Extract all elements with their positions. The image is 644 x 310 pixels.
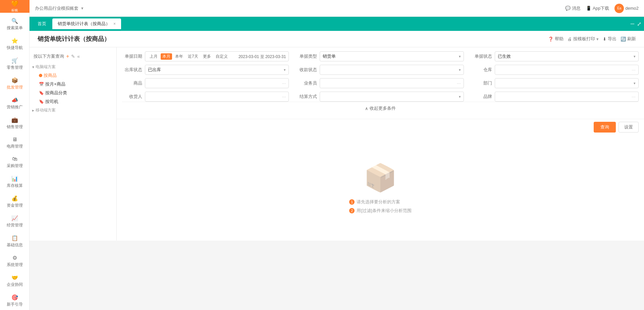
department-input[interactable]: ▾ bbox=[495, 78, 639, 88]
date-tab-7days[interactable]: 近7天 bbox=[186, 53, 200, 60]
user-btn[interactable]: Ea demo2 bbox=[614, 4, 639, 13]
scheme-by-cashier[interactable]: 🔖 按司机 bbox=[36, 97, 116, 106]
sidebar-item-quick[interactable]: ⭐ 快捷导航 bbox=[0, 34, 29, 54]
warehouse-status-input[interactable]: 已出库 ▾ bbox=[145, 65, 289, 75]
date-tab-prev-month[interactable]: 上月 bbox=[148, 53, 159, 60]
scheme-by-month-goods[interactable]: 📅 按月+商品 bbox=[36, 80, 116, 89]
date-input[interactable]: 上月 本月 本年 近7天 更多 自定义 2023-03-01 至 2023-03… bbox=[145, 51, 289, 61]
print-icon: 🖨 bbox=[568, 37, 572, 42]
by-month-goods-label: 按月+商品 bbox=[45, 81, 65, 87]
sidebar-item-corp[interactable]: 🤝 企业协同 bbox=[0, 271, 29, 291]
brand-form-item: 品牌 ··· bbox=[472, 92, 639, 102]
date-tab-custom[interactable]: 自定义 bbox=[214, 53, 229, 60]
message-btn[interactable]: 💬 消息 bbox=[565, 5, 581, 11]
marketing-icon: 📣 bbox=[11, 97, 18, 103]
warehouse-form-item: 仓库 ··· bbox=[472, 65, 639, 75]
sidebar-item-finance[interactable]: 💰 资金管理 bbox=[0, 192, 29, 212]
empty-state: 📦 1 请先选择要分析的方案 2 用[过滤]条件来缩小分析范围 bbox=[117, 135, 644, 241]
ecommerce-icon: 🖥 bbox=[12, 137, 17, 143]
print-chevron: ▾ bbox=[596, 37, 599, 42]
payment-status-input[interactable]: ▾ bbox=[320, 65, 464, 75]
sidebar-item-ecommerce[interactable]: 🖥 电商管理 bbox=[0, 133, 29, 153]
sidebar-item-system[interactable]: ⚙ 系统管理 bbox=[0, 251, 29, 271]
filter-row-1: 单据日期 上月 本月 本年 近7天 更多 自定义 20 bbox=[122, 51, 639, 61]
collapse-bar[interactable]: ∧ 收起更多条件 bbox=[122, 102, 639, 115]
by-month-goods-icon: 📅 bbox=[39, 82, 44, 87]
export-btn[interactable]: ⬇ 导出 bbox=[603, 36, 616, 42]
add-scheme-btn[interactable]: + bbox=[66, 53, 69, 59]
help-icon: ❓ bbox=[548, 37, 553, 42]
operation-icon: 📈 bbox=[11, 215, 18, 221]
doc-type-input[interactable]: 销货单 ▾ bbox=[320, 51, 464, 61]
workspace-name: 办公用品行业模拟账套 bbox=[35, 5, 78, 11]
salesperson-input[interactable]: ··· bbox=[320, 78, 464, 88]
sidebar-item-search[interactable]: 🔍 搜索菜单 bbox=[0, 14, 29, 34]
warehouse-input[interactable]: ··· bbox=[495, 65, 639, 75]
date-tab-this-month[interactable]: 本月 bbox=[161, 53, 172, 60]
workspace-chevron[interactable]: ▾ bbox=[81, 6, 84, 11]
sidebar-item-newbie[interactable]: 🎯 新手引导 bbox=[0, 291, 29, 310]
sidebar-item-basic[interactable]: 📋 基础信息 bbox=[0, 231, 29, 251]
tab-home[interactable]: 首页 bbox=[32, 18, 52, 29]
page-title: 销货单统计计表（按商品） bbox=[38, 35, 110, 43]
logo-text: 标账 bbox=[11, 8, 18, 13]
sidebar-item-inventory[interactable]: 📊 库存核算 bbox=[0, 172, 29, 192]
sidebar-item-sales[interactable]: 💼 销售管理 bbox=[0, 113, 29, 133]
help-btn[interactable]: ❓ 帮助 bbox=[548, 36, 564, 42]
page-header: 销货单统计计表（按商品） ❓ 帮助 🖨 按模板打印 ▾ ⬇ 导出 🔄 刷新 bbox=[30, 31, 644, 47]
tab-bar-right: ─ ⤢ bbox=[631, 21, 641, 27]
empty-tips: 1 请先选择要分析的方案 2 用[过滤]条件来缩小分析范围 bbox=[349, 199, 411, 214]
sidebar-item-operation[interactable]: 📈 经营管理 bbox=[0, 212, 29, 231]
sidebar-item-wholesale[interactable]: 📦 批发管理 bbox=[0, 74, 29, 94]
goods-input[interactable]: ··· bbox=[145, 78, 289, 88]
tab-expand-btn[interactable]: ⤢ bbox=[637, 21, 641, 27]
basic-icon: 📋 bbox=[11, 235, 18, 241]
sidebar-item-marketing[interactable]: 📣 营销推广 bbox=[0, 94, 29, 113]
logo-icon: 🧡 bbox=[11, 0, 18, 7]
scheme-tree: ▾ 电脑端方案 按商品 📅 按月+商品 🔖 bbox=[30, 61, 116, 116]
tab-active[interactable]: 销货单统计计表（按商品） × bbox=[52, 18, 121, 29]
settlement-label: 结算方式 bbox=[297, 94, 317, 100]
help-label: 帮助 bbox=[555, 36, 564, 42]
sidebar-item-system-label: 系统管理 bbox=[7, 262, 23, 268]
receiver-input[interactable]: ··· bbox=[145, 92, 289, 102]
settings-button[interactable]: 设置 bbox=[619, 122, 639, 133]
tip1-num: 1 bbox=[349, 199, 355, 205]
sidebar-item-purchase[interactable]: 🛍 采购管理 bbox=[0, 153, 29, 172]
brand-input[interactable]: ··· bbox=[495, 92, 639, 102]
payment-status-form-item: 收款状态 ▾ bbox=[297, 65, 464, 75]
date-form-item: 单据日期 上月 本月 本年 近7天 更多 自定义 20 bbox=[122, 51, 289, 61]
scheme-node-pc[interactable]: ▾ 电脑端方案 bbox=[30, 63, 116, 71]
edit-scheme-btn[interactable]: ✎ bbox=[71, 54, 75, 59]
salesperson-dots: ··· bbox=[457, 81, 461, 86]
scheme-node-mobile[interactable]: ▸ 移动端方案 bbox=[30, 106, 116, 114]
newbie-icon: 🎯 bbox=[11, 294, 18, 301]
sidebar-item-basic-label: 基础信息 bbox=[7, 242, 23, 248]
tab-close-icon[interactable]: × bbox=[113, 21, 116, 26]
refresh-btn[interactable]: 🔄 刷新 bbox=[621, 36, 636, 42]
print-btn[interactable]: 🖨 按模板打印 ▾ bbox=[568, 36, 599, 42]
date-tab-this-year[interactable]: 本年 bbox=[173, 53, 185, 60]
doc-status-input[interactable]: 已生效 ▾ bbox=[495, 51, 639, 61]
app-download-btn[interactable]: 📱 App下载 bbox=[586, 5, 609, 11]
settlement-input[interactable]: ▾ bbox=[320, 92, 464, 102]
sidebar-item-purchase-label: 采购管理 bbox=[7, 163, 23, 169]
collapse-scheme-btn[interactable]: « bbox=[77, 54, 80, 59]
empty-tip-2: 2 用[过滤]条件来缩小分析范围 bbox=[349, 208, 411, 214]
finance-icon: 💰 bbox=[11, 195, 18, 202]
tab-bar: 首页 销货单统计计表（按商品） × ─ ⤢ bbox=[30, 17, 644, 31]
print-label: 按模板打印 bbox=[573, 36, 595, 42]
receiver-dots: ··· bbox=[282, 94, 286, 99]
doc-type-chevron: ▾ bbox=[459, 54, 461, 59]
app-logo[interactable]: 🧡 标账 bbox=[0, 0, 30, 13]
department-chevron: ▾ bbox=[634, 81, 636, 86]
sidebar-item-retail[interactable]: 🛒 零售管理 bbox=[0, 54, 29, 74]
scheme-by-goods[interactable]: 按商品 bbox=[36, 71, 116, 80]
tab-minimize-btn[interactable]: ─ bbox=[631, 21, 634, 27]
scheme-by-category[interactable]: 🔖 按商品分类 bbox=[36, 89, 116, 97]
app-icon: 📱 bbox=[586, 6, 591, 11]
query-button[interactable]: 查询 bbox=[594, 122, 616, 133]
export-icon: ⬇ bbox=[603, 37, 606, 42]
by-goods-dot bbox=[39, 74, 42, 77]
date-tab-more[interactable]: 更多 bbox=[201, 53, 213, 60]
